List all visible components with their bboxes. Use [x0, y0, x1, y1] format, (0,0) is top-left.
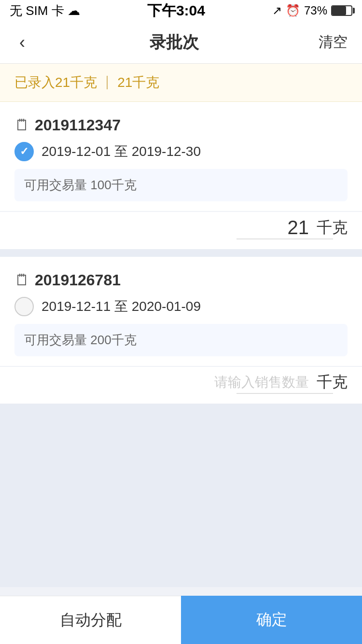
status-left: 无 SIM 卡 ☁ [10, 2, 80, 19]
section-separator [0, 249, 362, 257]
batch1-sep [237, 238, 333, 239]
batch1-quantity-input[interactable] [251, 217, 309, 238]
total-amount: 21千克 [117, 73, 159, 92]
info-divider [107, 76, 108, 89]
batch2-card: 🗒 2019126781 2019-12-11 至 2020-01-09 可用交… [0, 257, 362, 366]
batch1-date: 2019-12-01 至 2019-12-30 [42, 142, 201, 161]
batch1-quantity-section: 千克 [0, 212, 362, 249]
bottom-bar: 自动分配 确定 [0, 596, 362, 644]
batch2-available: 可用交易量 200千克 [14, 324, 348, 356]
batch1-card: 🗒 2019112347 2019-12-01 至 2019-12-30 可用交… [0, 102, 362, 211]
batch2-sep [237, 393, 333, 394]
batch1-icon: 🗒 [14, 116, 30, 134]
location-icon: ↗ [272, 4, 282, 17]
batch2-quantity-section: 千克 [0, 367, 362, 404]
batch2-header: 🗒 2019126781 [14, 271, 348, 289]
batch1-radio[interactable] [14, 142, 34, 161]
batch1-available: 可用交易量 100千克 [14, 169, 348, 201]
batch1-unit: 千克 [317, 217, 348, 238]
batch1-date-row: 2019-12-01 至 2019-12-30 [14, 142, 348, 161]
alarm-icon: ⏰ [286, 4, 300, 17]
confirm-button[interactable]: 确定 [181, 596, 362, 644]
status-bar: 无 SIM 卡 ☁ 下午3:04 ↗ ⏰ 73% [0, 0, 362, 21]
back-button[interactable]: ‹ [14, 28, 30, 57]
clear-button[interactable]: 清空 [319, 32, 348, 52]
battery-icon [331, 5, 352, 16]
info-banner: 已录入21千克 21千克 [0, 64, 362, 102]
auto-distribute-button[interactable]: 自动分配 [0, 596, 181, 644]
recorded-amount: 已录入21千克 [14, 73, 97, 92]
batch1-header: 🗒 2019112347 [14, 116, 348, 134]
status-right: ↗ ⏰ 73% [272, 4, 352, 17]
empty-area [0, 404, 362, 587]
batch2-unit: 千克 [317, 372, 348, 393]
nav-bar: ‹ 录批次 清空 [0, 21, 362, 64]
batch2-date-row: 2019-12-11 至 2020-01-09 [14, 297, 348, 316]
page-title: 录批次 [150, 31, 199, 54]
status-time: 下午3:04 [147, 1, 205, 21]
battery-percent: 73% [304, 4, 327, 17]
batch1-id: 2019112347 [35, 116, 121, 134]
no-sim-text: 无 SIM 卡 ☁ [10, 2, 80, 19]
batch2-date: 2019-12-11 至 2020-01-09 [42, 297, 201, 316]
batch2-id: 2019126781 [35, 271, 121, 289]
batch2-quantity-input[interactable] [183, 375, 309, 390]
batch2-icon: 🗒 [14, 271, 30, 289]
batch2-radio[interactable] [14, 297, 34, 316]
